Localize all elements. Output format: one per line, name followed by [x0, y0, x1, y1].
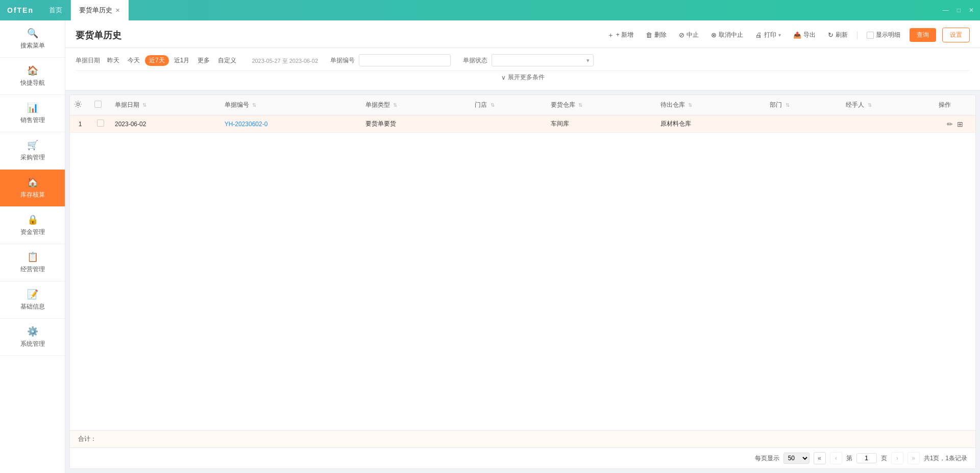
date-btn-custom[interactable]: 自定义 — [215, 55, 239, 66]
row-1-pending-warehouse: 原材料仓库 — [656, 115, 766, 133]
sidebar-item-operations-mgmt[interactable]: 📋 经营管理 — [0, 244, 65, 281]
print-chevron-icon: ▾ — [778, 32, 781, 38]
pagination-page-unit: 页 — [881, 454, 887, 463]
operations-mgmt-icon: 📋 — [27, 251, 38, 263]
pagination-last-btn[interactable]: » — [908, 452, 920, 464]
sidebar-item-quick-nav[interactable]: 🏠 快捷导航 — [0, 58, 65, 95]
row-1-doc-no-link[interactable]: YH-20230602-0 — [225, 121, 268, 128]
date-range-display: 2023-05-27 至 2023-06-02 — [252, 56, 318, 65]
row-1-handler — [842, 115, 935, 133]
sort-store-icon[interactable]: ⇅ — [491, 102, 495, 108]
tab-close-icon[interactable]: ✕ — [115, 7, 120, 14]
sidebar-item-basic-info-label: 基础信息 — [20, 302, 45, 311]
stop-button[interactable]: ⊘ 中止 — [676, 29, 702, 41]
sidebar-item-search-menu[interactable]: 🔍 搜索菜单 — [0, 20, 65, 58]
expand-more-chevron-icon: ∨ — [501, 74, 506, 81]
row-1-check[interactable] — [97, 120, 104, 127]
print-icon: 🖨 — [755, 31, 762, 39]
sidebar-item-basic-info[interactable]: 📝 基础信息 — [0, 281, 65, 319]
window-close-icon[interactable]: ✕ — [969, 7, 974, 14]
table-footer-summary: 合计： — [70, 430, 975, 447]
stop-icon: ⊘ — [679, 31, 684, 39]
print-button[interactable]: 🖨 打印 ▾ — [752, 29, 784, 41]
sidebar-item-system-mgmt[interactable]: ⚙️ 系统管理 — [0, 319, 65, 356]
sidebar-item-inventory-calc[interactable]: 🏠 库存核算 — [0, 170, 65, 207]
table-body: 1 2023-06-02 YH-20230602-0 要货单要货 车间库 — [70, 115, 975, 133]
new-button[interactable]: ＋ + 新增 — [604, 29, 636, 42]
tab-home[interactable]: 首页 — [41, 0, 71, 20]
date-filter-label: 单据日期 — [76, 56, 100, 65]
row-1-edit-icon[interactable]: ✏ — [947, 120, 953, 128]
sort-pending-warehouse-icon[interactable]: ⇅ — [688, 102, 692, 108]
table-row: 1 2023-06-02 YH-20230602-0 要货单要货 车间库 — [70, 115, 975, 133]
sidebar-item-finance-mgmt[interactable]: 🔒 资金管理 — [0, 207, 65, 244]
table-scroll[interactable]: 单据日期 ⇅ 单据编号 ⇅ 单据类型 ⇅ — [70, 95, 975, 430]
col-department: 部门 ⇅ — [766, 95, 842, 115]
sales-mgmt-icon: 📊 — [27, 102, 38, 113]
show-detail-label: 显示明细 — [876, 31, 900, 39]
content-area: 要货单历史 ＋ + 新增 🗑 删除 ⊘ 中止 ⊗ 取消中止 — [65, 20, 980, 473]
finance-mgmt-icon: 🔒 — [27, 214, 38, 225]
table-header-row: 单据日期 ⇅ 单据编号 ⇅ 单据类型 ⇅ — [70, 95, 975, 115]
date-btn-1month[interactable]: 近1月 — [171, 55, 193, 66]
sidebar-item-purchase-mgmt[interactable]: 🛒 采购管理 — [0, 132, 65, 170]
sidebar-item-sales-mgmt[interactable]: 📊 销售管理 — [0, 95, 65, 132]
sort-handler-icon[interactable]: ⇅ — [868, 102, 872, 108]
sort-doc-no-icon[interactable]: ⇅ — [252, 102, 256, 108]
select-all-checkbox[interactable] — [94, 101, 102, 108]
col-doc-type: 单据类型 ⇅ — [361, 95, 471, 115]
page-header: 要货单历史 ＋ + 新增 🗑 删除 ⊘ 中止 ⊗ 取消中止 — [65, 20, 980, 48]
date-filter-buttons: 昨天 今天 近7天 近1月 更多 自定义 — [104, 55, 239, 66]
delete-button[interactable]: 🗑 删除 — [643, 29, 670, 41]
status-filter-select[interactable]: 待审核 已审核 已中止 — [492, 54, 594, 66]
tab-requisition-history[interactable]: 要货单历史 ✕ — [71, 0, 129, 20]
sidebar-item-sales-mgmt-label: 销售管理 — [20, 116, 45, 125]
row-1-settings: 1 — [70, 115, 90, 133]
date-btn-yesterday[interactable]: 昨天 — [104, 55, 122, 66]
docno-filter-input[interactable] — [359, 54, 451, 66]
pagination-first-btn[interactable]: « — [814, 452, 826, 464]
sort-req-warehouse-icon[interactable]: ⇅ — [578, 102, 582, 108]
pagination-page-input[interactable] — [856, 453, 877, 463]
window-maximize-icon[interactable]: □ — [957, 7, 961, 14]
pagination-prev-btn[interactable]: ‹ — [830, 452, 842, 464]
col-store-label: 门店 — [475, 101, 487, 108]
col-doc-date: 单据日期 ⇅ — [111, 95, 220, 115]
window-minimize-icon[interactable]: — — [943, 7, 949, 14]
date-btn-today[interactable]: 今天 — [125, 55, 143, 66]
query-button[interactable]: 查询 — [910, 28, 936, 42]
date-btn-7days[interactable]: 近7天 — [145, 55, 169, 66]
new-button-label: + 新增 — [616, 31, 633, 39]
row-1-doc-type: 要货单要货 — [361, 115, 471, 133]
sidebar-item-finance-mgmt-label: 资金管理 — [20, 228, 45, 236]
expand-more-button[interactable]: ∨ 展开更多条件 — [76, 70, 970, 84]
filter-group-docno: 单据编号 — [330, 54, 451, 66]
filter-area: 单据日期 昨天 今天 近7天 近1月 更多 自定义 2023-05-27 至 2… — [65, 48, 980, 90]
sidebar-item-purchase-mgmt-label: 采购管理 — [20, 153, 45, 162]
refresh-button[interactable]: ↻ 刷新 — [825, 29, 851, 41]
docno-filter-label: 单据编号 — [330, 56, 355, 65]
col-doc-no: 单据编号 ⇅ — [220, 95, 361, 115]
settings-button[interactable]: 设置 — [942, 28, 970, 42]
sort-department-icon[interactable]: ⇅ — [786, 102, 790, 108]
cancel-stop-button[interactable]: ⊗ 取消中止 — [708, 29, 746, 41]
date-btn-more[interactable]: 更多 — [194, 55, 213, 66]
col-doc-no-label: 单据编号 — [225, 101, 249, 108]
sort-doc-date-icon[interactable]: ⇅ — [142, 102, 146, 108]
per-page-select[interactable]: 50 100 200 — [783, 453, 810, 464]
col-doc-type-label: 单据类型 — [365, 101, 390, 108]
export-button[interactable]: 📤 导出 — [790, 29, 819, 41]
sidebar-item-inventory-calc-label: 库存核算 — [20, 191, 45, 199]
col-checkbox — [90, 95, 111, 115]
sidebar-item-system-mgmt-label: 系统管理 — [20, 340, 45, 348]
col-req-warehouse-label: 要货仓库 — [551, 101, 575, 108]
top-bar-right: — □ ✕ — [943, 7, 980, 14]
toolbar: ＋ + 新增 🗑 删除 ⊘ 中止 ⊗ 取消中止 🖨 打印 — [604, 28, 970, 42]
pagination-page-label: 第 — [846, 454, 852, 463]
show-detail-checkbox[interactable]: 显示明细 — [864, 29, 903, 41]
pagination-next-btn[interactable]: › — [891, 452, 903, 464]
sort-doc-type-icon[interactable]: ⇅ — [393, 102, 397, 108]
expand-more-label: 展开更多条件 — [508, 73, 545, 82]
refresh-button-label: 刷新 — [836, 31, 848, 39]
row-1-copy-icon[interactable]: ⊞ — [957, 120, 963, 128]
